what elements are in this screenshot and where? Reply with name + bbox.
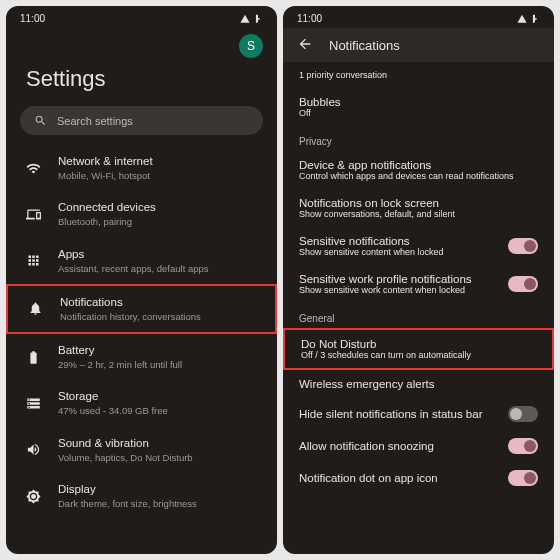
row-hide-silent[interactable]: Hide silent notifications in status bar (283, 398, 554, 430)
volume-icon (24, 442, 42, 457)
toggle-dot[interactable] (508, 470, 538, 486)
row-dot[interactable]: Notification dot on app icon (283, 462, 554, 494)
row-connected[interactable]: Connected devicesBluetooth, pairing (6, 191, 277, 237)
status-bar: 11:00 (283, 6, 554, 28)
apps-icon (24, 253, 42, 268)
search-icon (34, 114, 47, 127)
avatar[interactable]: S (239, 34, 263, 58)
row-sound[interactable]: Sound & vibrationVolume, haptics, Do Not… (6, 427, 277, 473)
status-time: 11:00 (297, 13, 322, 24)
devices-icon (24, 207, 42, 222)
brightness-icon (24, 489, 42, 504)
app-bar: Notifications (283, 28, 554, 62)
row-dnd[interactable]: Do Not Disturb Off / 3 schedules can tur… (283, 328, 554, 370)
row-lockscreen[interactable]: Notifications on lock screen Show conver… (283, 189, 554, 227)
row-storage[interactable]: Storage47% used - 34.09 GB free (6, 380, 277, 426)
row-sensitive-work[interactable]: Sensitive work profile notificationsShow… (283, 265, 554, 303)
row-notifications[interactable]: NotificationsNotification history, conve… (6, 284, 277, 334)
battery-icon (24, 350, 42, 365)
toggle-hide-silent[interactable] (508, 406, 538, 422)
notifications-list: 1 priority conversation Bubbles Off Priv… (283, 62, 554, 554)
page-title: Settings (6, 58, 277, 106)
notifications-screen: 11:00 Notifications 1 priority conversat… (283, 6, 554, 554)
row-device-notifications[interactable]: Device & app notifications Control which… (283, 151, 554, 189)
row-network[interactable]: Network & internetMobile, Wi-Fi, hotspot (6, 145, 277, 191)
row-bubbles[interactable]: Bubbles Off (283, 88, 554, 126)
status-bar: 11:00 (6, 6, 277, 28)
search-placeholder: Search settings (57, 115, 133, 127)
settings-screen: 11:00 S Settings Search settings Network… (6, 6, 277, 554)
settings-list: Network & internetMobile, Wi-Fi, hotspot… (6, 145, 277, 554)
status-icons (517, 14, 540, 24)
avatar-row: S (6, 28, 277, 58)
row-snoozing[interactable]: Allow notification snoozing (283, 430, 554, 462)
bell-icon (26, 301, 44, 316)
search-input[interactable]: Search settings (20, 106, 263, 135)
appbar-title: Notifications (329, 38, 400, 53)
row-sensitive[interactable]: Sensitive notificationsShow sensitive co… (283, 227, 554, 265)
back-button[interactable] (297, 36, 313, 54)
storage-icon (24, 396, 42, 411)
row-priority[interactable]: 1 priority conversation (283, 62, 554, 88)
row-display[interactable]: DisplayDark theme, font size, brightness (6, 473, 277, 519)
status-time: 11:00 (20, 13, 45, 24)
row-apps[interactable]: AppsAssistant, recent apps, default apps (6, 238, 277, 284)
section-privacy: Privacy (283, 126, 554, 151)
toggle-sensitive[interactable] (508, 238, 538, 254)
section-general: General (283, 303, 554, 328)
toggle-sensitive-work[interactable] (508, 276, 538, 292)
row-battery[interactable]: Battery29% – 2 hr, 2 min left until full (6, 334, 277, 380)
row-wireless-alerts[interactable]: Wireless emergency alerts (283, 370, 554, 398)
toggle-snoozing[interactable] (508, 438, 538, 454)
wifi-icon (24, 161, 42, 176)
status-icons (240, 14, 263, 24)
